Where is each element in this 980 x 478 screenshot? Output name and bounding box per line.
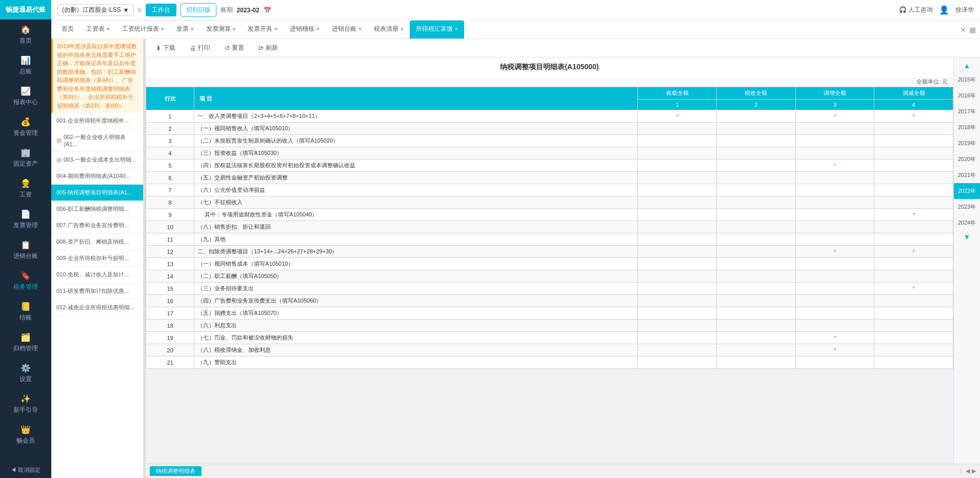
- cell-c2-12[interactable]: [717, 184, 796, 196]
- cell-c1-13[interactable]: [638, 196, 717, 209]
- tab-invoice-open[interactable]: 发票开具 ×: [242, 21, 284, 39]
- cell-c4-20[interactable]: *: [874, 283, 953, 295]
- refresh-button[interactable]: ⟳ 刷新: [254, 42, 282, 54]
- cell-c3-25[interactable]: *: [795, 344, 874, 356]
- print-button[interactable]: 🖨 打印: [186, 42, 214, 54]
- sidebar-item-reports[interactable]: 📈 报表中心: [0, 81, 51, 112]
- tab-income-tax[interactable]: 所得税汇算缴 ×: [410, 21, 464, 39]
- year-2019[interactable]: 2019年: [954, 135, 980, 151]
- left-menu-item-006[interactable]: 006-职工薪酬纳税调整明细...: [51, 201, 143, 217]
- scroll-left-icon[interactable]: ◀: [966, 468, 970, 474]
- service-button[interactable]: 🎧 人工咨询: [899, 6, 933, 14]
- scroll-right-icon[interactable]: ▶: [972, 468, 976, 474]
- company-selector[interactable]: (勿删）江西股金-LSS ▼: [57, 4, 134, 16]
- cell-c4-21[interactable]: [874, 295, 953, 307]
- cell-c4-12[interactable]: [874, 184, 953, 196]
- cell-c2-10[interactable]: [717, 160, 796, 172]
- cell-c2-9[interactable]: [717, 147, 796, 160]
- year-up-arrow[interactable]: ▲: [964, 59, 971, 72]
- cell-c1-19[interactable]: [638, 270, 717, 283]
- sidebar-item-assets[interactable]: 🏢 固定资产: [0, 143, 51, 173]
- cell-c4-9[interactable]: [874, 147, 953, 160]
- year-2015[interactable]: 2015年: [954, 72, 980, 88]
- cell-c2-13[interactable]: [717, 196, 796, 209]
- cell-c4-25[interactable]: [874, 344, 953, 356]
- sidebar-item-finance[interactable]: 💰 资金管理: [0, 112, 51, 143]
- left-menu-item-012[interactable]: 012-减免企业所得税优惠明细...: [51, 300, 143, 316]
- cell-c2-23[interactable]: [717, 320, 796, 332]
- cell-c1-23[interactable]: [638, 320, 717, 332]
- cell-c2-6[interactable]: [717, 110, 796, 123]
- cell-c2-17[interactable]: [717, 246, 796, 258]
- workbench-button[interactable]: 工作台: [146, 4, 176, 16]
- cell-c2-15[interactable]: [717, 221, 796, 233]
- bottom-tab-adjust[interactable]: 纳税调整明细表: [150, 466, 202, 476]
- tab-invoice[interactable]: 发票 ×: [170, 21, 200, 39]
- cell-c4-15[interactable]: [874, 221, 953, 233]
- cell-c3-19[interactable]: [795, 270, 874, 283]
- tab-invoice-close[interactable]: ×: [191, 26, 194, 32]
- tab-purchase-check-close[interactable]: ×: [316, 26, 319, 32]
- cell-c2-19[interactable]: [717, 270, 796, 283]
- cell-c3-15[interactable]: [795, 221, 874, 233]
- cell-c3-8[interactable]: [795, 135, 874, 147]
- year-2018[interactable]: 2018年: [954, 120, 980, 135]
- tab-salary-stats[interactable]: 工资统计报表 ×: [116, 21, 170, 39]
- cell-c4-23[interactable]: [874, 320, 953, 332]
- year-2017[interactable]: 2017年: [954, 104, 980, 120]
- cell-c3-17[interactable]: *: [795, 246, 874, 258]
- left-menu-item-011[interactable]: 011-研发费用加计扣除优惠...: [51, 283, 143, 300]
- cell-c1-11[interactable]: [638, 172, 717, 184]
- cell-c1-22[interactable]: [638, 307, 717, 320]
- cell-c4-24[interactable]: [874, 332, 953, 344]
- download-button[interactable]: ⬇ 下载: [152, 42, 179, 54]
- cell-c1-17[interactable]: [638, 246, 717, 258]
- left-menu-item-007[interactable]: 007-广告费和业务宣传费明...: [51, 217, 143, 234]
- tab-salary[interactable]: 工资表 ×: [80, 21, 116, 39]
- copy-icon[interactable]: ⎘: [138, 7, 142, 14]
- reset-button[interactable]: ↺ 重置: [221, 42, 248, 54]
- year-2024[interactable]: 2024年: [954, 215, 980, 231]
- cell-c4-26[interactable]: [874, 356, 953, 369]
- tab-salary-close[interactable]: ×: [107, 26, 110, 32]
- cell-c2-7[interactable]: [717, 123, 796, 135]
- sidebar-item-member[interactable]: 👑 畅会员: [0, 420, 51, 450]
- cell-c1-8[interactable]: [638, 135, 717, 147]
- tab-salary-stats-close[interactable]: ×: [161, 26, 164, 32]
- calendar-icon[interactable]: 📅: [264, 7, 271, 14]
- cell-c2-14[interactable]: [717, 209, 796, 221]
- back-button[interactable]: 切到旧版: [181, 3, 216, 17]
- cell-c1-25[interactable]: [638, 344, 717, 356]
- cell-c1-6[interactable]: *: [638, 110, 717, 123]
- cell-c1-15[interactable]: [638, 221, 717, 233]
- cell-c2-8[interactable]: [717, 135, 796, 147]
- left-menu-item-008[interactable]: 008-资产折旧、摊销及纳税...: [51, 234, 143, 250]
- cell-c2-18[interactable]: [717, 258, 796, 270]
- cell-c2-25[interactable]: [717, 344, 796, 356]
- left-menu-item-004[interactable]: 004-期间费用明细表(A1040...: [51, 168, 143, 185]
- cell-c2-22[interactable]: [717, 307, 796, 320]
- cell-c3-21[interactable]: [795, 295, 874, 307]
- year-2023[interactable]: 2023年: [954, 199, 980, 215]
- sidebar-item-guide[interactable]: ✨ 新手引导: [0, 389, 51, 420]
- sidebar-item-invoice[interactable]: 📄 发票管理: [0, 204, 51, 235]
- cell-c1-14[interactable]: [638, 209, 717, 221]
- cell-c3-13[interactable]: [795, 196, 874, 209]
- year-2016[interactable]: 2016年: [954, 88, 980, 104]
- tab-home[interactable]: 首页: [55, 21, 80, 39]
- cell-c1-18[interactable]: [638, 258, 717, 270]
- cell-c3-26[interactable]: [795, 356, 874, 369]
- cell-c3-10[interactable]: *: [795, 160, 874, 172]
- sidebar-item-close[interactable]: 📒 结账: [0, 296, 51, 327]
- cell-c4-6[interactable]: *: [874, 110, 953, 123]
- sidebar-item-tax[interactable]: 🔖 税务管理: [0, 266, 51, 296]
- unpin-button[interactable]: ◀ 取消固定: [0, 462, 51, 478]
- cell-c1-12[interactable]: [638, 184, 717, 196]
- tab-tax-list[interactable]: 税表清册 ×: [368, 21, 410, 39]
- tab-invoice-calc[interactable]: 发票测算 ×: [200, 21, 242, 39]
- left-menu-item-001[interactable]: 001-企业所得税年度纳税申...: [51, 113, 143, 129]
- cell-c3-9[interactable]: [795, 147, 874, 160]
- cell-c4-18[interactable]: [874, 258, 953, 270]
- cell-c1-24[interactable]: [638, 332, 717, 344]
- cell-c3-11[interactable]: [795, 172, 874, 184]
